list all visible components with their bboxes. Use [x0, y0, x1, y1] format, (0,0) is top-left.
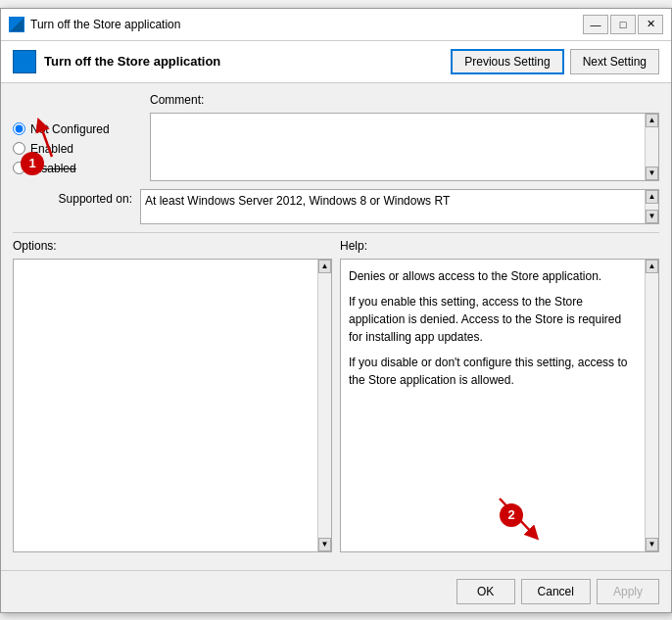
help-box-wrapper: Denies or allows access to the Store app…	[340, 259, 659, 552]
help-content: Denies or allows access to the Store app…	[341, 260, 645, 551]
options-content	[14, 260, 317, 551]
help-scroll-down[interactable]: ▼	[646, 538, 658, 551]
comment-scroll-thumb	[646, 127, 658, 167]
options-scrollbar: ▲ ▼	[317, 260, 331, 551]
help-para-3: If you disable or don't configure this s…	[349, 354, 637, 389]
header-title-text: Turn off the Store application	[44, 54, 220, 69]
help-column: Help: Denies or allows access to the Sto…	[340, 239, 659, 552]
header-bar: Turn off the Store application Previous …	[1, 41, 671, 83]
footer: OK Cancel Apply	[1, 570, 671, 612]
supported-scrollbar: ▲ ▼	[645, 190, 658, 223]
help-scroll-thumb	[646, 273, 658, 538]
maximize-button[interactable]: □	[610, 15, 636, 34]
title-controls: — □ ✕	[583, 15, 663, 34]
help-scroll-up[interactable]: ▲	[646, 260, 658, 273]
options-scroll-down[interactable]: ▼	[318, 538, 331, 551]
separator	[13, 232, 659, 233]
not-configured-label: Not Configured	[30, 122, 110, 136]
header-buttons: Previous Setting Next Setting	[451, 49, 659, 74]
help-label: Help:	[340, 239, 659, 253]
options-box-wrapper: ▲ ▼	[13, 259, 332, 552]
annotation-circle-2: 2	[500, 503, 523, 527]
cancel-button[interactable]: Cancel	[521, 579, 591, 604]
main-window: Turn off the Store application — □ ✕ Tur…	[0, 8, 672, 613]
help-para-1: Denies or allows access to the Store app…	[349, 267, 637, 285]
options-help-section: Options: ▲ ▼ Help: Denies or allows acce…	[13, 239, 659, 552]
radio-section: Not Configured Enabled Disabled 1	[13, 93, 140, 181]
comment-scrollbar: ▲ ▼	[645, 114, 658, 180]
next-setting-button[interactable]: Next Setting	[570, 49, 659, 74]
title-bar: Turn off the Store application — □ ✕	[1, 9, 671, 41]
comment-textarea[interactable]	[151, 114, 645, 180]
window-icon	[9, 17, 24, 32]
help-para-2: If you enable this setting, access to th…	[349, 293, 637, 346]
options-label: Options:	[13, 239, 332, 253]
supported-scroll-up[interactable]: ▲	[646, 190, 658, 204]
window-title: Turn off the Store application	[30, 18, 577, 31]
top-section: Not Configured Enabled Disabled 1	[13, 93, 659, 181]
supported-box-wrapper: At least Windows Server 2012, Windows 8 …	[140, 189, 659, 224]
previous-setting-button[interactable]: Previous Setting	[451, 49, 563, 74]
comment-section: Comment: ▲ ▼	[150, 93, 659, 181]
options-column: Options: ▲ ▼	[13, 239, 332, 552]
comment-label: Comment:	[150, 93, 659, 107]
ok-button[interactable]: OK	[456, 579, 515, 604]
annotation-circle-1: 1	[21, 152, 44, 175]
supported-value: At least Windows Server 2012, Windows 8 …	[141, 190, 645, 223]
radio-not-configured[interactable]: Not Configured	[13, 122, 140, 136]
apply-button[interactable]: Apply	[597, 579, 659, 604]
minimize-button[interactable]: —	[583, 15, 608, 34]
content-area: Not Configured Enabled Disabled 1	[1, 83, 671, 570]
comment-box-wrapper: ▲ ▼	[150, 113, 659, 181]
supported-section: Supported on: At least Windows Server 20…	[13, 189, 659, 224]
comment-scroll-down[interactable]: ▼	[646, 167, 658, 180]
supported-scroll-down[interactable]: ▼	[646, 210, 658, 223]
header-icon	[13, 50, 36, 73]
close-button[interactable]: ✕	[638, 15, 663, 34]
options-scroll-up[interactable]: ▲	[318, 260, 331, 273]
comment-scroll-up[interactable]: ▲	[646, 114, 658, 127]
options-scroll-thumb	[318, 273, 331, 538]
header-title-area: Turn off the Store application	[13, 50, 220, 73]
supported-label: Supported on:	[13, 189, 140, 206]
help-scrollbar: ▲ ▼	[645, 260, 658, 551]
